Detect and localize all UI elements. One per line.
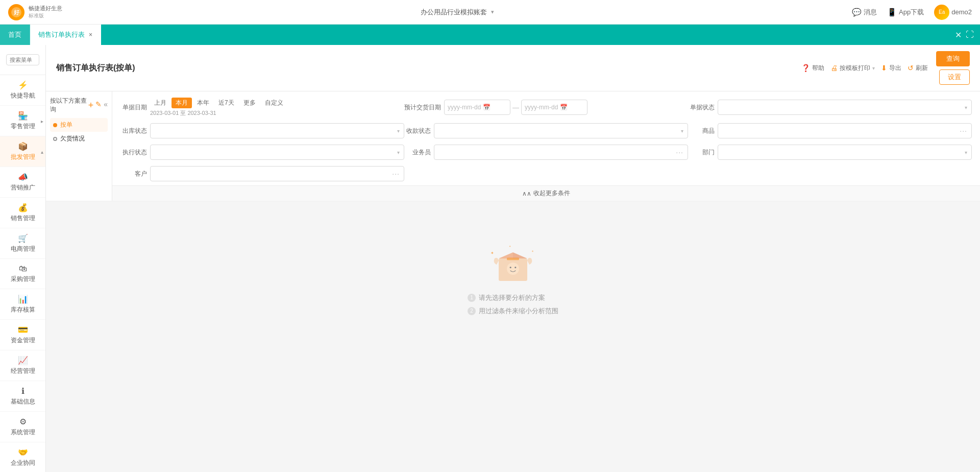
nav-tab-home[interactable]: 首页 [0,25,30,45]
customer-label: 客户 [120,170,147,178]
date-tab-this-month[interactable]: 本月 [172,98,192,108]
salesman-dots-icon: ··· [676,148,683,156]
filter-block: 按以下方案查询 + ✎ « 按单 欠货情况 [46,91,980,201]
refresh-btn[interactable]: ↺ 刷新 [908,64,928,73]
purchase-icon: 🛍 [19,264,27,273]
sidebar-item-system[interactable]: ⚙ 系统管理 [0,412,45,442]
collapse-btn[interactable]: ∧∧ 收起更多条件 [112,185,980,201]
date-tab-this-year[interactable]: 本年 [193,98,213,108]
sidebar-item-stock[interactable]: 📊 库存核算 [0,289,45,320]
active-tab-label: 销售订单执行表 [38,30,85,39]
nav-close-icon[interactable]: ✕ [955,30,962,40]
scheme-item-按单[interactable]: 按单 [50,118,108,132]
header-right: 💬 消息 📱 App下载 Ea demo2 [852,5,972,20]
user-avatar-btn[interactable]: Ea demo2 [934,5,972,20]
doc-status-select[interactable]: ▾ [718,100,972,115]
sidebar-item-retail[interactable]: 🏪 零售管理 ▸ [0,106,45,136]
doc-status-label: 单据状态 [688,103,715,112]
outbound-select[interactable]: ▾ [150,123,404,138]
date-tab-7days[interactable]: 近7天 [214,98,238,108]
date-tab-more[interactable]: 更多 [239,98,260,108]
predict-date-range: yyyy-mm-dd 📅 — yyyy-mm-dd 📅 [444,100,688,115]
salesman-input[interactable]: ··· [434,145,688,160]
query-button[interactable]: 查询 [936,51,970,66]
scheme-collapse-btn[interactable]: « [104,100,108,111]
filter-row-4: 客户 ··· [112,164,980,185]
sidebar-item-basic[interactable]: ℹ 基础信息 [0,381,45,412]
scheme-dot-outline [53,137,57,141]
marketing-label: 营销推广 [11,183,35,192]
date-filter-group: 上月 本月 本年 近7天 更多 自定义 2023-03-01 至 2023-03… [150,98,404,117]
print-label: 按模板打印 [840,64,870,73]
scheme-add-btn[interactable]: + [88,100,94,111]
sidebar-item-wholesale[interactable]: 📦 批发管理 ▴ [0,136,45,167]
customer-input[interactable]: ··· [150,166,404,181]
tab-close-btn[interactable]: × [89,31,92,38]
sidebar-item-operations[interactable]: 📈 经营管理 [0,350,45,381]
page-header: 销售订单执行表(按单) ❓ 帮助 🖨 按模板打印 ▾ ⬇ 导出 ↺ 刷新 [46,45,980,91]
svg-point-4 [507,263,519,275]
svg-text:✦: ✦ [509,245,511,248]
refresh-label: 刷新 [916,64,928,73]
dept-select[interactable]: ▾ [718,145,972,160]
empty-tips: 1 请先选择要分析的方案 2 用过滤条件来缩小分析范围 [468,291,558,318]
logo-sub: 标准版 [29,12,62,19]
wholesale-arrow-icon: ▴ [41,149,43,154]
tip-item-2: 2 用过滤条件来缩小分析范围 [468,304,558,318]
filter-row-3: 执行状态 ▾ 业务员 ··· 部门 [112,143,980,164]
message-btn[interactable]: 💬 消息 [852,8,877,17]
export-icon: ⬇ [881,64,887,72]
export-btn[interactable]: ⬇ 导出 [881,64,901,73]
filter-cell-dept: 部门 ▾ [688,145,972,160]
goods-input[interactable]: ··· [718,123,972,138]
svg-rect-3 [507,257,519,260]
nav-expand-icon[interactable]: ⛶ [966,30,974,39]
sidebar-item-ecommerce[interactable]: 🛒 电商管理 [0,228,45,259]
print-btn[interactable]: 🖨 按模板打印 ▾ [830,64,875,73]
app-download-icon: 📱 [887,8,897,17]
predict-date-end[interactable]: yyyy-mm-dd 📅 [521,100,587,115]
right-btn-group: 查询 设置 [934,51,970,85]
nav-tab-active[interactable]: 销售订单执行表 × [30,25,101,45]
marketing-icon: 📣 [18,172,28,182]
sidebar-item-marketing[interactable]: 📣 营销推广 [0,167,45,198]
salesman-label: 业务员 [404,148,431,157]
goods-label: 商品 [688,127,715,135]
search-input[interactable] [6,54,39,65]
sidebar-item-search[interactable] [0,45,45,75]
refresh-icon: ↺ [908,64,914,72]
exec-select[interactable]: ▾ [150,145,404,160]
empty-state: ✦ ✦ ✦ 1 请先选择要分析的方案 2 用过滤条件来缩小分析范围 [46,201,980,359]
sidebar-item-sales[interactable]: 💰 销售管理 [0,198,45,228]
receipt-select[interactable]: ▾ [434,123,688,138]
sidebar-item-quick-nav[interactable]: ⚡ 快捷导航 [0,75,45,106]
scheme-edit-btn[interactable]: ✎ [95,100,102,111]
date-tab-last-month[interactable]: 上月 [150,98,170,108]
app-download-btn[interactable]: 📱 App下载 [887,8,924,17]
date-tab-custom[interactable]: 自定义 [261,98,287,108]
receipt-dropdown-icon: ▾ [681,128,683,134]
page-actions: ❓ 帮助 🖨 按模板打印 ▾ ⬇ 导出 ↺ 刷新 查询 [801,51,970,91]
date-tabs-row: 上月 本月 本年 近7天 更多 自定义 [150,98,404,108]
scheme-item-欠货情况[interactable]: 欠货情况 [50,132,108,146]
basic-label: 基础信息 [11,397,35,406]
ecommerce-label: 电商管理 [11,245,35,253]
predict-date-start[interactable]: yyyy-mm-dd 📅 [444,100,510,115]
app-title-btn[interactable]: 办公用品行业模拟账套 ▾ [421,8,494,17]
date-label: 单据日期 [120,103,147,112]
filter-cell-goods: 商品 ··· [688,123,972,138]
system-label: 系统管理 [11,428,35,437]
svg-text:✦: ✦ [531,249,534,253]
sidebar-item-purchase[interactable]: 🛍 采购管理 [0,259,45,289]
predict-calendar-end-icon: 📅 [560,104,568,111]
sidebar-item-finance[interactable]: 💳 资金管理 [0,320,45,350]
filter-cell-predict: 预计交货日期 yyyy-mm-dd 📅 — yyyy-mm-dd 📅 [404,98,688,117]
quick-nav-icon: ⚡ [18,80,28,90]
sidebar-item-corp[interactable]: 🤝 企业协同 [0,442,45,472]
settings-button[interactable]: 设置 [939,69,970,85]
help-btn[interactable]: ❓ 帮助 [801,64,824,73]
stock-label: 库存核算 [11,305,35,314]
logo-icon: 好 [8,4,24,20]
empty-illustration: ✦ ✦ ✦ [487,242,538,283]
filter-cell-receipt: 收款状态 ▾ [404,123,688,138]
